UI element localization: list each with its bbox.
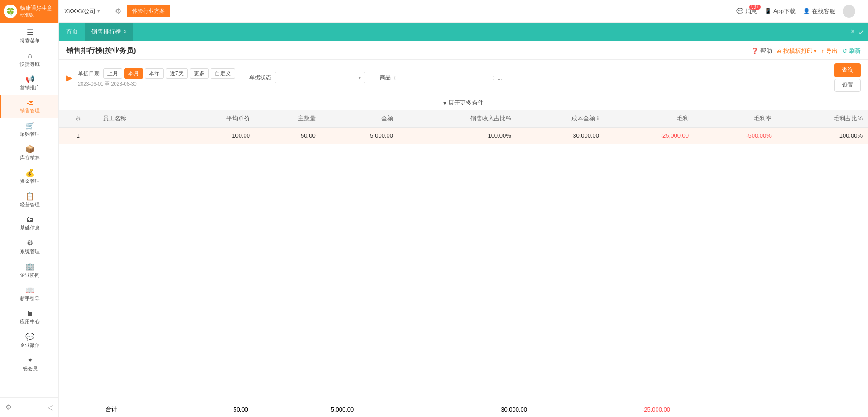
nav-icon-sales: 🛍 <box>26 98 34 106</box>
topbar-right: 💬 消息 99+ 📱 App下载 👤 在线客服 <box>736 5 863 18</box>
sidebar: 🍀 畅康通好生意 标准版 ☰ 搜索菜单 ⌂ 快捷导航 📢 营销推广 🛍 销售管理… <box>0 0 59 417</box>
table-scroll[interactable]: ⚙员工名称平均单价主数量全额销售收入占比%成本全额 ℹ毛利毛利率毛利占比% 11… <box>59 110 868 402</box>
page-title: 销售排行榜(按业务员) <box>66 46 136 56</box>
sidebar-item-member[interactable]: ✦ 畅会员 <box>0 352 58 376</box>
sidebar-item-guide[interactable]: 📖 新手引导 <box>0 282 58 306</box>
export-label: 导出 <box>826 47 838 55</box>
col-name: 员工名称 <box>97 110 177 128</box>
sidebar-item-sales[interactable]: 🛍 销售管理 <box>0 95 58 118</box>
expand-more-button[interactable]: ▾ 展开更多条件 <box>443 99 484 107</box>
nav-icon-guide: 📖 <box>25 286 34 294</box>
date-btn-3[interactable]: 近7天 <box>166 68 188 79</box>
company-selector[interactable]: XXXXX公司 ▾ <box>64 7 110 15</box>
page-actions: ❓ 帮助 🖨 按模板打印 ▾ ↑ 导出 ↺ 刷新 <box>751 47 861 55</box>
content-area: 销售排行榜(按业务员) ❓ 帮助 🖨 按模板打印 ▾ ↑ 导出 ↺ 刷新 <box>59 41 868 417</box>
sidebar-item-enterprise[interactable]: 🏢 企业协同 <box>0 259 58 282</box>
date-range: 2023-06-01 至 2023-06-30 <box>78 81 235 87</box>
refresh-button[interactable]: ↺ 刷新 <box>842 47 861 55</box>
sidebar-item-marketing[interactable]: 📢 营销推广 <box>0 71 58 95</box>
arrow-icon: ▶ <box>66 73 72 83</box>
sidebar-item-finance[interactable]: 💰 资金管理 <box>0 165 58 188</box>
nav-label-enterprise: 企业协同 <box>20 272 40 278</box>
service-icon: 👤 <box>803 8 810 14</box>
cell-sales-pct: 100.00% <box>398 128 517 144</box>
cell-avg-price: 100.00 <box>176 128 255 144</box>
date-label: 单据日期 <box>78 70 100 77</box>
filter-bar: ▶ 单据日期 上月本月本年近7天更多自定义 2023-06-01 至 2023-… <box>59 60 868 96</box>
sidebar-item-quick-nav[interactable]: ⌂ 快捷导航 <box>0 48 58 71</box>
nav-icon-search: ☰ <box>27 28 33 37</box>
sidebar-item-basic-info[interactable]: 🗂 基础信息 <box>0 212 58 235</box>
table-settings-icon[interactable]: ⚙ <box>75 115 81 122</box>
footer-cell-5 <box>454 402 495 417</box>
more-filters-button[interactable]: ... <box>498 75 502 81</box>
sidebar-item-purchase[interactable]: 🛒 采购管理 <box>0 118 58 141</box>
export-icon: ↑ <box>821 48 825 54</box>
expand-more-bar: ▾ 展开更多条件 <box>59 96 868 110</box>
table-header-row: ⚙员工名称平均单价主数量全额销售收入占比%成本全额 ℹ毛利毛利率毛利占比% <box>59 110 868 128</box>
nav-icon-basic-info: 🗂 <box>26 216 34 224</box>
template-chevron-icon: ▾ <box>814 48 817 54</box>
help-button[interactable]: ❓ 帮助 <box>751 47 772 55</box>
sidebar-item-search[interactable]: ☰ 搜索菜单 <box>0 24 58 48</box>
cell-name <box>97 128 177 144</box>
goods-filter: 商品 ... <box>380 74 502 81</box>
footer-cell-7: -25,000.00 <box>637 402 785 417</box>
date-btn-5[interactable]: 自定义 <box>211 68 235 79</box>
date-btn-2[interactable]: 本年 <box>145 68 164 79</box>
date-btn-4[interactable]: 更多 <box>190 68 209 79</box>
sidebar-item-app-center[interactable]: 🖥 应用中心 <box>0 306 58 329</box>
filter-actions: 查询 设置 <box>834 63 861 92</box>
cell-main-qty: 50.00 <box>255 128 321 144</box>
sidebar-item-wechat[interactable]: 💬 企业微信 <box>0 329 58 352</box>
sidebar-bottom: ⚙ ◁ <box>0 397 58 417</box>
footer-cell-0 <box>59 402 100 417</box>
message-badge: 99+ <box>749 5 761 10</box>
settings-button[interactable]: 设置 <box>834 79 861 92</box>
tab-home[interactable]: 首页 <box>59 23 85 41</box>
nav-label-sales: 销售管理 <box>20 107 40 114</box>
goods-input[interactable] <box>394 76 494 80</box>
nav-label-quick-nav: 快捷导航 <box>20 61 40 67</box>
logo-sub: 标准版 <box>20 12 53 18</box>
export-button[interactable]: ↑ 导出 <box>821 47 838 55</box>
tab-close-icon[interactable]: × <box>124 29 127 35</box>
cell-amount: 5,000.00 <box>321 128 398 144</box>
sidebar-nav: ☰ 搜索菜单 ⌂ 快捷导航 📢 营销推广 🛍 销售管理 🛒 采购管理 📦 库存核… <box>0 23 58 397</box>
message-button[interactable]: 💬 消息 99+ <box>736 7 757 15</box>
app-download-button[interactable]: 📱 App下载 <box>764 7 796 15</box>
tab-sales-ranking[interactable]: 销售排行榜 × <box>85 23 133 41</box>
sidebar-item-operations[interactable]: 📋 经营管理 <box>0 188 58 212</box>
date-btn-0[interactable]: 上月 <box>103 68 122 79</box>
nav-label-inventory: 库存核算 <box>20 154 40 161</box>
sidebar-item-inventory[interactable]: 📦 库存核算 <box>0 141 58 165</box>
cost-help-icon: ℹ <box>597 115 599 122</box>
footer-cell-3: 50.00 <box>228 402 325 417</box>
window-close-icon[interactable]: × <box>851 28 855 36</box>
date-btn-1[interactable]: 本月 <box>124 68 143 79</box>
avatar[interactable] <box>843 5 855 18</box>
nav-icon-finance: 💰 <box>25 168 34 177</box>
cell-rank: 1 <box>59 128 97 144</box>
settings-icon[interactable]: ⚙ <box>4 401 14 413</box>
window-restore-icon[interactable]: ⤢ <box>858 28 864 36</box>
trial-button[interactable]: 体验行业方案 <box>127 5 170 17</box>
refresh-icon: ↺ <box>842 48 847 54</box>
online-service-button[interactable]: 👤 在线客服 <box>803 7 835 15</box>
nav-icon-operations: 📋 <box>25 192 34 201</box>
cell-cost: 30,000.00 <box>517 128 604 144</box>
nav-label-wechat: 企业微信 <box>20 342 40 349</box>
sidebar-item-system[interactable]: ⚙ 系统管理 <box>0 235 58 259</box>
message-icon: 💬 <box>736 8 743 14</box>
tab-label: 销售排行榜 <box>91 28 121 36</box>
nav-label-marketing: 营销推广 <box>20 84 40 91</box>
template-print-button[interactable]: 🖨 按模板打印 ▾ <box>777 47 817 55</box>
collapse-icon[interactable]: ◁ <box>46 401 55 413</box>
nav-label-basic-info: 基础信息 <box>20 225 40 231</box>
query-button[interactable]: 查询 <box>834 63 861 77</box>
doc-status-arrow-icon: ▾ <box>358 74 361 81</box>
sidebar-logo: 🍀 畅康通好生意 标准版 <box>0 0 58 23</box>
doc-status-select[interactable]: ▾ <box>275 72 365 83</box>
data-table: ⚙员工名称平均单价主数量全额销售收入占比%成本全额 ℹ毛利毛利率毛利占比% 11… <box>59 110 868 144</box>
gear-icon[interactable]: ⚙ <box>113 5 123 17</box>
